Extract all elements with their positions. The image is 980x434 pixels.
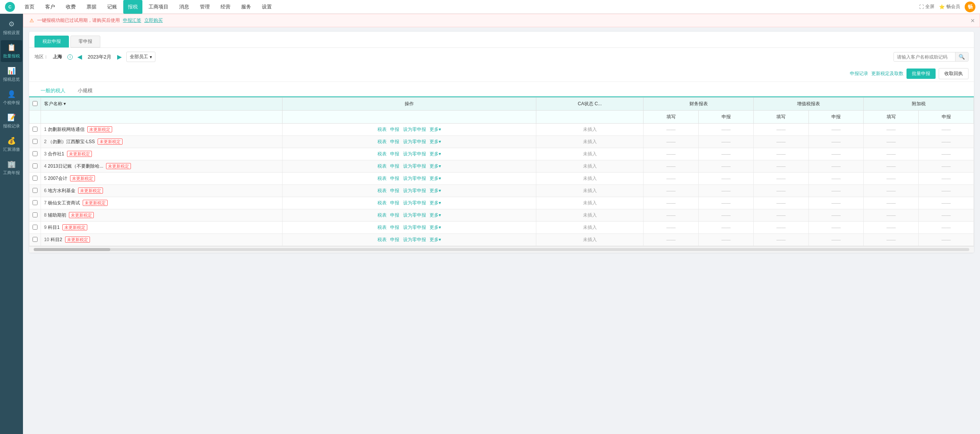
batch-declare-btn[interactable]: 批量申报	[906, 69, 936, 79]
tab-general-taxpayer[interactable]: 一般的税人	[34, 85, 72, 97]
op-tax-form[interactable]: 税表	[377, 176, 387, 181]
nav-customer[interactable]: 客户	[41, 0, 60, 14]
dept-select[interactable]: 全部员工 ▾	[126, 52, 155, 62]
row-checkbox[interactable]	[33, 176, 38, 181]
row-checkbox[interactable]	[33, 151, 38, 156]
op-declare[interactable]: 申报	[390, 237, 399, 242]
row-checkbox[interactable]	[33, 200, 38, 205]
op-set-zero[interactable]: 设为零申报	[403, 188, 426, 193]
op-declare[interactable]: 申报	[390, 127, 399, 132]
row-checkbox[interactable]	[33, 163, 38, 168]
date-next-btn[interactable]: ▶	[117, 53, 122, 60]
nav-service[interactable]: 服务	[237, 0, 256, 14]
op-tax-form[interactable]: 税表	[377, 225, 387, 230]
op-more[interactable]: 更多▾	[430, 237, 441, 242]
op-set-zero[interactable]: 设为零申报	[403, 237, 426, 242]
op-more[interactable]: 更多▾	[430, 151, 441, 157]
op-declare[interactable]: 申报	[390, 163, 399, 169]
sidebar-item-batch-tax[interactable]: 📋 批量报税	[1, 40, 22, 62]
op-set-zero[interactable]: 设为零申报	[403, 200, 426, 206]
op-tax-form[interactable]: 税表	[377, 200, 387, 206]
sidebar-item-personal-tax[interactable]: 👤 个税申报	[1, 87, 22, 109]
op-set-zero[interactable]: 设为零申报	[403, 176, 426, 181]
op-set-zero[interactable]: 设为零申报	[403, 225, 426, 230]
tab-tax-declaration[interactable]: 税款申报	[34, 36, 69, 47]
declaration-record-link[interactable]: 申报记录	[850, 70, 868, 77]
banner-link-declaration[interactable]: 申报汇签	[123, 17, 141, 24]
op-tax-form[interactable]: 税表	[377, 237, 387, 242]
content-area: ⚠ 一键报税功能已过试用期，请购买后使用 申报汇签 立即购买 ✕ 税款申报 零申…	[23, 14, 980, 434]
batch-tax-icon: 📋	[7, 43, 16, 52]
sidebar-label-annual-settlement: 汇算清缴	[3, 147, 20, 152]
op-set-zero[interactable]: 设为零申报	[403, 212, 426, 218]
sidebar-item-tax-settings[interactable]: ⚙ 报税设置	[1, 17, 22, 39]
op-declare[interactable]: 申报	[390, 176, 399, 181]
op-tax-form[interactable]: 税表	[377, 163, 387, 169]
collect-receipt-btn[interactable]: 收取回执	[939, 68, 969, 79]
op-more[interactable]: 更多▾	[430, 188, 441, 193]
op-more[interactable]: 更多▾	[430, 127, 441, 132]
op-set-zero[interactable]: 设为零申报	[403, 127, 426, 132]
banner-close-btn[interactable]: ✕	[970, 18, 975, 24]
search-input[interactable]	[894, 53, 955, 61]
nav-bookkeeping[interactable]: 记账	[103, 0, 122, 14]
fullscreen-btn[interactable]: ⛶ 全屏	[919, 3, 934, 10]
op-set-zero[interactable]: 设为零申报	[403, 139, 426, 144]
op-declare[interactable]: 申报	[390, 200, 399, 206]
vip-btn[interactable]: ⭐ 畅会员	[939, 3, 960, 10]
op-tax-form[interactable]: 税表	[377, 151, 387, 157]
nav-tax[interactable]: 报税	[123, 0, 142, 14]
date-prev-btn[interactable]: ◀	[77, 53, 82, 60]
op-more[interactable]: 更多▾	[430, 200, 441, 206]
op-declare[interactable]: 申报	[390, 212, 399, 218]
logo[interactable]: C	[5, 2, 15, 12]
tab-small-scale[interactable]: 小规模	[72, 85, 99, 97]
search-button[interactable]: 🔍	[955, 52, 968, 61]
select-all-checkbox[interactable]	[33, 101, 38, 106]
op-set-zero[interactable]: 设为零申报	[403, 151, 426, 157]
row-checkbox[interactable]	[33, 139, 38, 144]
op-more[interactable]: 更多▾	[430, 163, 441, 169]
op-set-zero[interactable]: 设为零申报	[403, 163, 426, 169]
op-more[interactable]: 更多▾	[430, 176, 441, 181]
sidebar-item-annual-report[interactable]: 🏢 工商年报	[1, 157, 22, 179]
company-name-text: 地方水利基金	[48, 188, 75, 193]
row-checkbox[interactable]	[33, 225, 38, 230]
nav-fee[interactable]: 收费	[61, 0, 80, 14]
nav-operation[interactable]: 经营	[216, 0, 235, 14]
banner-link-buy[interactable]: 立即购买	[144, 17, 163, 24]
nav-message[interactable]: 消息	[175, 0, 194, 14]
op-more[interactable]: 更多▾	[430, 212, 441, 218]
op-declare[interactable]: 申报	[390, 225, 399, 230]
op-tax-form[interactable]: 税表	[377, 212, 387, 218]
scroll-bar-thumb[interactable]	[34, 248, 110, 251]
th-sub-empty4	[536, 111, 644, 124]
tax-settings-icon: ⚙	[8, 20, 15, 28]
nav-home[interactable]: 首页	[20, 0, 39, 14]
op-declare[interactable]: 申报	[390, 188, 399, 193]
op-tax-form[interactable]: 税表	[377, 139, 387, 144]
op-more[interactable]: 更多▾	[430, 139, 441, 144]
update-link[interactable]: 更新税定及取数	[871, 70, 903, 77]
sidebar-item-tax-record[interactable]: 📝 报税记录	[1, 110, 22, 132]
info-icon[interactable]: i	[67, 54, 73, 60]
row-checkbox[interactable]	[33, 188, 38, 193]
row-vat-declare: ——	[808, 160, 864, 173]
banner-warning-icon: ⚠	[29, 18, 34, 23]
tab-zero-declaration[interactable]: 零申报	[70, 36, 100, 47]
sidebar-item-annual-settlement[interactable]: 💰 汇算清缴	[1, 134, 22, 155]
nav-manage[interactable]: 管理	[195, 0, 214, 14]
op-more[interactable]: 更多▾	[430, 225, 441, 230]
op-declare[interactable]: 申报	[390, 151, 399, 157]
row-checkbox[interactable]	[33, 212, 38, 217]
nav-industry[interactable]: 工商项目	[144, 0, 173, 14]
op-declare[interactable]: 申报	[390, 139, 399, 144]
row-checkbox[interactable]	[33, 237, 38, 242]
nav-settings[interactable]: 设置	[257, 0, 276, 14]
op-tax-form[interactable]: 税表	[377, 188, 387, 193]
avatar[interactable]: 畅	[965, 2, 975, 12]
row-checkbox[interactable]	[33, 127, 38, 132]
sidebar-item-tax-overview[interactable]: 📊 报税总览	[1, 64, 22, 85]
nav-invoice[interactable]: 票据	[82, 0, 101, 14]
op-tax-form[interactable]: 税表	[377, 127, 387, 132]
